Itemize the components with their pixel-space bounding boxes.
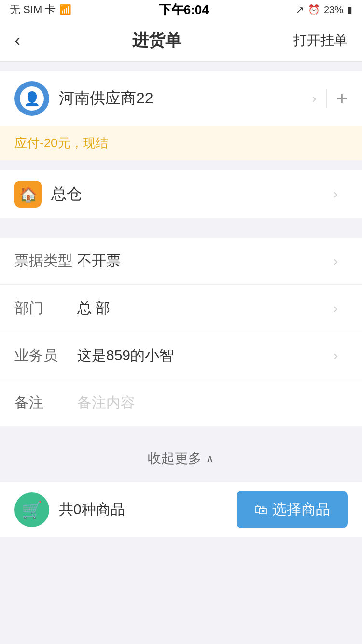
note-label: 备注 [14,393,72,413]
alarm-icon: ⏰ [308,4,320,15]
notice-bar: 应付-20元，现结 [0,126,362,160]
warehouse-row[interactable]: 🏠 总仓 › [0,170,362,218]
supplier-row[interactable]: 👤 河南供应商22 › + [0,71,362,126]
note-input[interactable]: 备注内容 [72,393,348,413]
wifi-icon: 📶 [59,4,71,15]
department-row[interactable]: 部门 总 部 › [0,285,362,332]
collapse-bar[interactable]: 收起更多 ∧ [0,436,362,481]
sales-value: 这是859的小智 [72,346,334,365]
invoice-chevron-icon: › [334,253,338,269]
back-button[interactable]: ‹ [14,30,20,51]
note-row[interactable]: 备注 备注内容 [0,379,362,426]
carrier-info: 无 SIM 卡 📶 [10,2,71,17]
person-icon: 👤 [24,91,41,107]
warehouse-chevron-icon: › [334,186,338,202]
product-count: 共0种商品 [59,500,237,519]
warehouse-icon-bg: 🏠 [14,181,42,208]
department-chevron-icon: › [334,301,338,316]
page-background [0,537,362,644]
supplier-section: 👤 河南供应商22 › + 应付-20元，现结 [0,71,362,160]
invoice-label: 票据类型 [14,251,72,271]
product-icon: 🛒 [22,500,42,519]
status-indicators: ↗ ⏰ 23% ▮ [296,4,352,15]
status-bar: 无 SIM 卡 📶 下午6:04 ↗ ⏰ 23% ▮ [0,0,362,19]
sales-label: 业务员 [14,346,72,365]
collapse-icon: ∧ [206,452,214,465]
department-value: 总 部 [72,298,334,318]
battery-icon: ▮ [347,4,352,15]
warehouse-section[interactable]: 🏠 总仓 › [0,170,362,218]
invoice-row[interactable]: 票据类型 不开票 › [0,238,362,285]
battery-text: 23% [324,4,343,15]
invoice-value: 不开票 [72,251,334,271]
sales-chevron-icon: › [334,348,338,364]
supplier-name: 河南供应商22 [59,88,312,109]
notice-text: 应付-20元，现结 [14,136,108,150]
open-pending-button[interactable]: 打开挂单 [293,31,348,50]
department-label: 部门 [14,298,72,318]
sales-row[interactable]: 业务员 这是859的小智 › [0,332,362,379]
select-product-icon: 🛍 [254,502,267,518]
avatar-inner: 👤 [20,86,44,111]
warehouse-name: 总仓 [51,183,334,205]
avatar: 👤 [14,81,49,116]
middle-divider [0,160,362,170]
select-product-button[interactable]: 🛍 选择商品 [237,491,348,528]
bottom-bar: 🛒 共0种商品 🛍 选择商品 [0,482,362,537]
supplier-chevron-icon: › [312,91,316,106]
product-icon-wrap: 🛒 [14,492,49,527]
form-section: 票据类型 不开票 › 部门 总 部 › 业务员 这是859的小智 › 备注 备注… [0,238,362,426]
location-icon: ↗ [296,4,304,15]
carrier-text: 无 SIM 卡 [10,2,56,17]
add-supplier-button[interactable]: + [336,88,348,110]
nav-bar: ‹ 进货单 打开挂单 [0,19,362,62]
vertical-divider [326,89,327,108]
page-title: 进货单 [132,29,181,52]
warehouse-icon: 🏠 [19,186,37,203]
top-divider [0,62,362,71]
status-time: 下午6:04 [159,1,209,18]
form-divider [0,218,362,228]
select-product-label: 选择商品 [272,500,330,519]
collapse-text: 收起更多 [148,449,202,468]
